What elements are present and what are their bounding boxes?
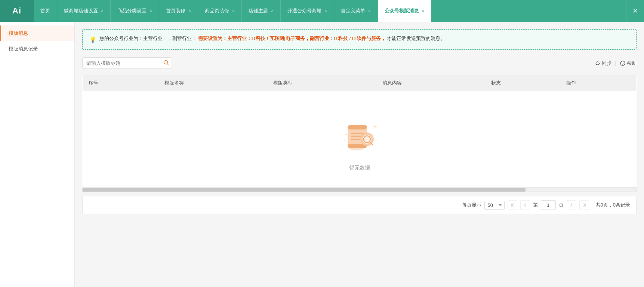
table-header-3: 消息内容	[376, 75, 486, 91]
search-input-wrap	[82, 57, 172, 69]
nav-tab-close-2[interactable]: ×	[150, 8, 152, 13]
nav-tab-1[interactable]: 微商城店铺设置×	[57, 0, 111, 22]
svg-text:?: ?	[622, 62, 624, 65]
first-page-icon	[511, 203, 514, 207]
notice-text-after: 才能正常发送预置的消息。	[387, 36, 445, 41]
svg-rect-6	[348, 125, 367, 129]
nav-tab-3[interactable]: 首页装修×	[159, 0, 198, 22]
next-page-button[interactable]	[567, 200, 576, 210]
table-header-0: 序号	[83, 75, 158, 91]
nav-tab-6[interactable]: 开通公众号商城×	[281, 0, 334, 22]
table-header-4: 状态	[485, 75, 560, 91]
notice-highlight: 需要设置为：主营行业：IT科技 / 互联网|电子商务，副营行业：IT科技 / I…	[198, 36, 386, 41]
sidebar-item-1[interactable]: 模版消息记录	[0, 41, 74, 57]
nav-tab-close-7[interactable]: ×	[368, 8, 371, 13]
close-all-button[interactable]: ✕	[626, 0, 644, 22]
empty-illustration	[337, 114, 382, 159]
nav-tab-4[interactable]: 商品页装修×	[198, 0, 242, 22]
nav-tab-close-4[interactable]: ×	[232, 8, 235, 13]
last-page-icon	[582, 203, 586, 207]
svg-point-17	[345, 134, 347, 135]
svg-line-1	[167, 64, 169, 65]
nav-tab-close-6[interactable]: ×	[324, 8, 327, 13]
search-bar: 同步 | ? 帮助	[82, 57, 637, 69]
prev-page-button[interactable]	[520, 200, 530, 210]
horizontal-scrollbar[interactable]	[82, 187, 637, 192]
top-nav: Ai 首页微商城店铺设置×商品分类设置×首页装修×商品页装修×店铺主题×开通公众…	[0, 0, 644, 22]
table-header-2: 模版类型	[267, 75, 376, 91]
search-actions: 同步 | ? 帮助	[595, 60, 637, 67]
help-button[interactable]: ? 帮助	[620, 60, 637, 67]
data-table: 序号模版名称模版类型消息内容状态操作	[82, 75, 637, 187]
nav-tab-0[interactable]: 首页	[34, 0, 57, 22]
table-body: 暂无数据	[83, 91, 637, 187]
close-all-icon: ✕	[632, 7, 638, 15]
page-unit: 页	[559, 202, 564, 208]
sync-label: 同步	[602, 60, 611, 67]
table-header-row: 序号模版名称模版类型消息内容状态操作	[83, 75, 637, 91]
search-input[interactable]	[82, 57, 172, 69]
nav-tab-close-8[interactable]: ×	[422, 8, 424, 13]
prev-page-icon	[523, 203, 527, 207]
logo: Ai	[0, 0, 34, 22]
sidebar-item-0[interactable]: 模版消息	[0, 25, 74, 41]
main-layout: 模版消息模版消息记录 💡 您的公众号行业为：主营行业：，副营行业： 需要设置为：…	[0, 22, 644, 287]
sync-icon	[595, 61, 600, 66]
notice-box: 💡 您的公众号行业为：主营行业：，副营行业： 需要设置为：主营行业：IT科技 /…	[82, 29, 637, 50]
empty-text: 暂无数据	[349, 165, 370, 171]
nav-tab-8[interactable]: 公众号模版消息×	[378, 0, 431, 22]
table-header-5: 操作	[560, 75, 636, 91]
search-icon	[163, 60, 169, 65]
next-page-icon	[570, 203, 573, 207]
search-button[interactable]	[163, 60, 169, 67]
empty-state: 暂无数据	[83, 91, 636, 186]
empty-row: 暂无数据	[83, 91, 637, 187]
scrollbar-thumb[interactable]	[83, 188, 526, 192]
bulb-icon: 💡	[89, 35, 96, 44]
nav-tab-close-1[interactable]: ×	[101, 8, 104, 13]
nav-tab-2[interactable]: 商品分类设置×	[111, 0, 159, 22]
logo-text: Ai	[12, 6, 21, 16]
divider: |	[615, 60, 616, 66]
content-area: 💡 您的公众号行业为：主营行业：，副营行业： 需要设置为：主营行业：IT科技 /…	[75, 22, 644, 287]
pagination-bar: 每页显示 102050100 第 页 共0页，0条记录	[82, 196, 637, 214]
page-size-label: 每页显示	[462, 202, 481, 208]
page-prefix: 第	[533, 202, 538, 208]
table-header-1: 模版名称	[158, 75, 268, 91]
notice-text-before: 您的公众号行业为：主营行业：，副营行业：	[99, 36, 197, 41]
nav-tab-close-3[interactable]: ×	[188, 8, 191, 13]
nav-tabs: 首页微商城店铺设置×商品分类设置×首页装修×商品页装修×店铺主题×开通公众号商城…	[34, 0, 626, 22]
total-label: 共0页，0条记录	[596, 202, 630, 208]
sidebar: 模版消息模版消息记录	[0, 22, 75, 287]
page-size-select[interactable]: 102050100	[484, 201, 505, 210]
help-icon: ?	[620, 61, 625, 66]
page-number-input[interactable]	[541, 200, 556, 210]
notice-text: 您的公众号行业为：主营行业：，副营行业： 需要设置为：主营行业：IT科技 / 互…	[99, 35, 445, 43]
nav-tab-7[interactable]: 自定义菜单×	[334, 0, 378, 22]
last-page-button[interactable]	[579, 200, 589, 210]
nav-tab-close-5[interactable]: ×	[271, 8, 274, 13]
first-page-button[interactable]	[508, 200, 517, 210]
nav-tab-5[interactable]: 店铺主题×	[242, 0, 281, 22]
sync-button[interactable]: 同步	[595, 60, 611, 67]
help-label: 帮助	[627, 60, 637, 67]
table-header: 序号模版名称模版类型消息内容状态操作	[83, 75, 637, 91]
svg-point-18	[344, 140, 345, 141]
